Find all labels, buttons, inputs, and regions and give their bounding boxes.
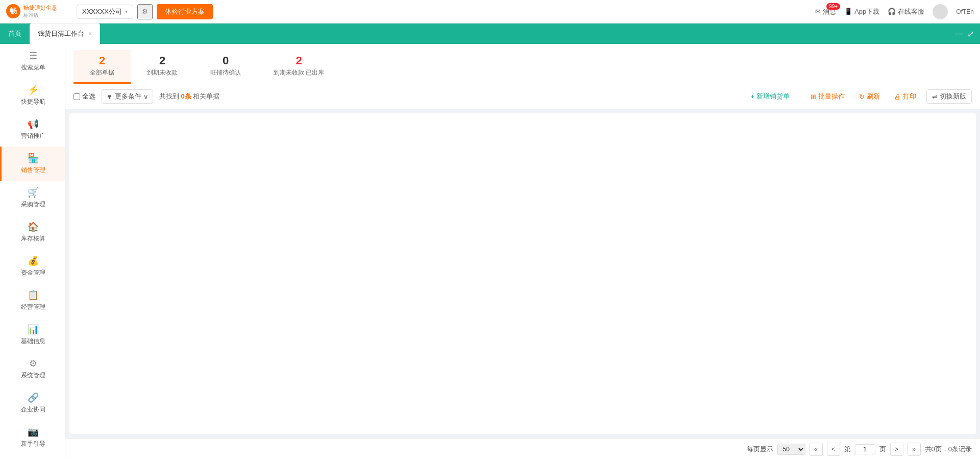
nav-icon: ⚡ [28,84,39,95]
sidebar-item-operations[interactable]: 📋 经营管理 [0,283,65,318]
stat-tab-pending[interactable]: 0 旺铺待确认 [194,50,257,84]
sidebar-item-search[interactable]: ☰ 搜索菜单 [0,44,65,78]
download-icon: 📱 [844,8,852,15]
logo-text: 畅捷通好生意 [23,4,57,11]
search-menu-icon: ☰ [29,50,37,61]
per-page-select[interactable]: 50 100 200 [777,444,805,455]
prev-page-button[interactable]: < [827,443,840,456]
refresh-button[interactable]: ↻ 刷新 [855,90,884,103]
tab-bar: 首页 钱货日清工作台 × — ⤢ [0,23,980,44]
pagination: 每页显示 50 100 200 « < 第 页 > » 共0页，0条记录 [65,438,980,460]
header-right: ✉ 消息 99+ 📱 App下载 🎧 在线客服 OfTEn [815,4,974,19]
table-area [69,113,976,434]
select-all-checkbox[interactable]: 全选 [74,92,95,101]
stats-tabs: 2 全部单据 2 到期未收款 0 旺铺待确认 2 到期未收款 已出库 [65,44,980,84]
batch-button[interactable]: ⊞ 批量操作 [806,90,849,103]
page-label: 第 [844,445,851,454]
print-label: 打印 [903,92,916,101]
last-page-button[interactable]: » [908,443,921,456]
stat-label-pending: 旺铺待确认 [210,68,241,77]
select-all-input[interactable] [74,93,80,100]
sidebar-item-appstore[interactable]: 📦 应用中心 [0,454,65,460]
divider-1 [800,92,800,101]
tab-active-label: 钱货日清工作台 [38,29,84,38]
settings-button[interactable]: ⚙ [137,4,153,19]
sidebar-label-sales: 销售管理 [21,166,45,175]
sidebar-label-inventory: 库存核算 [21,234,45,243]
logo-area: 畅 畅捷通好生意 标准版 [6,4,71,18]
sidebar-label-purchase: 采购管理 [21,200,45,209]
filter-button[interactable]: ▼ 更多条件 ∨ [102,89,153,104]
operations-icon: 📋 [28,289,39,301]
sidebar-item-purchase[interactable]: 🛒 采购管理 [0,181,65,215]
batch-icon: ⊞ [811,93,816,101]
app-download-action[interactable]: 📱 App下载 [844,7,879,16]
basics-icon: 📊 [28,324,39,335]
found-prefix: 共找到 [159,92,179,100]
inventory-icon: 🏠 [28,221,39,232]
page-suffix: 页 [879,445,886,454]
sidebar-item-nav[interactable]: ⚡ 快捷导航 [0,78,65,112]
add-order-button[interactable]: + 新增销货单 [747,90,794,103]
sidebar-item-enterprise[interactable]: 🔗 企业协同 [0,386,65,420]
found-suffix: 相关单据 [193,92,219,100]
trial-button[interactable]: 体验行业方案 [157,4,213,19]
total-label: 共0页，0条记录 [925,445,972,454]
sidebar-label-guide: 新手引导 [21,440,45,448]
tab-bar-actions: — ⤢ [955,29,980,39]
sidebar-item-system[interactable]: ⚙ 系统管理 [0,352,65,386]
tab-expand-icon[interactable]: ⤢ [967,29,974,39]
stat-count-overdue: 2 [147,54,178,67]
stat-label-shipped: 到期未收款 已出库 [274,68,324,77]
sidebar-item-finance[interactable]: 💰 资金管理 [0,249,65,283]
avatar-name: OfTEn [956,8,974,15]
marketing-icon: 📢 [28,118,39,130]
sidebar-item-marketing[interactable]: 📢 营销推广 [0,112,65,147]
tab-minimize-icon[interactable]: — [955,29,963,38]
company-name: XXXXXX公司 [82,7,122,16]
sidebar-label-finance: 资金管理 [21,269,45,277]
next-page-button[interactable]: > [890,443,903,456]
sidebar-label-system: 系统管理 [21,371,45,380]
service-icon: 🎧 [888,8,896,15]
avatar[interactable] [933,4,948,19]
purchase-icon: 🛒 [28,187,39,198]
sidebar-item-sales[interactable]: 🏪 销售管理 [0,147,65,181]
per-page-label: 每页显示 [747,445,773,454]
tab-active[interactable]: 钱货日清工作台 × [30,23,100,44]
sidebar-item-basics[interactable]: 📊 基础信息 [0,318,65,352]
switch-icon: ⇌ [932,93,938,101]
tab-close-icon[interactable]: × [88,30,92,37]
guide-icon: 📷 [28,426,39,438]
stat-tab-shipped[interactable]: 2 到期未收款 已出库 [257,50,340,84]
tab-home-label: 首页 [8,29,21,38]
select-all-label: 全选 [82,92,95,101]
online-service-action[interactable]: 🎧 在线客服 [888,7,924,16]
company-selector[interactable]: XXXXXX公司 ▾ [77,5,133,19]
first-page-button[interactable]: « [810,443,823,456]
tab-home[interactable]: 首页 [0,23,30,44]
current-page-input[interactable] [855,444,875,454]
sales-icon: 🏪 [28,153,39,164]
stat-tab-all[interactable]: 2 全部单据 [74,50,131,84]
sidebar-label-nav: 快捷导航 [21,98,45,106]
refresh-icon: ↻ [859,93,865,101]
sidebar-item-guide[interactable]: 📷 新手引导 [0,420,65,454]
online-service-label: 在线客服 [898,7,924,16]
sidebar-item-inventory[interactable]: 🏠 库存核算 [0,215,65,249]
system-icon: ⚙ [29,358,37,369]
switch-version-button[interactable]: ⇌ 切换新版 [926,89,972,104]
print-button[interactable]: 🖨 打印 [890,90,920,103]
stat-tab-overdue[interactable]: 2 到期未收款 [131,50,194,84]
toolbar-right: + 新增销货单 ⊞ 批量操作 ↻ 刷新 🖨 打印 ⇌ 切换新版 [747,89,972,104]
stat-label-all: 全部单据 [90,68,114,77]
stat-count-shipped: 2 [274,54,324,67]
message-icon: ✉ [815,8,821,15]
message-action[interactable]: ✉ 消息 99+ [815,7,836,16]
top-header: 畅 畅捷通好生意 标准版 XXXXXX公司 ▾ ⚙ 体验行业方案 ✉ 消息 99… [0,0,980,23]
sidebar-label-basics: 基础信息 [21,337,45,346]
toolbar: 全选 ▼ 更多条件 ∨ 共找到 0条 相关单据 + 新增销货单 ⊞ 批 [65,84,980,109]
batch-label: 批量操作 [818,92,845,101]
sidebar-label-operations: 经营管理 [21,303,45,311]
table-empty [69,113,976,434]
